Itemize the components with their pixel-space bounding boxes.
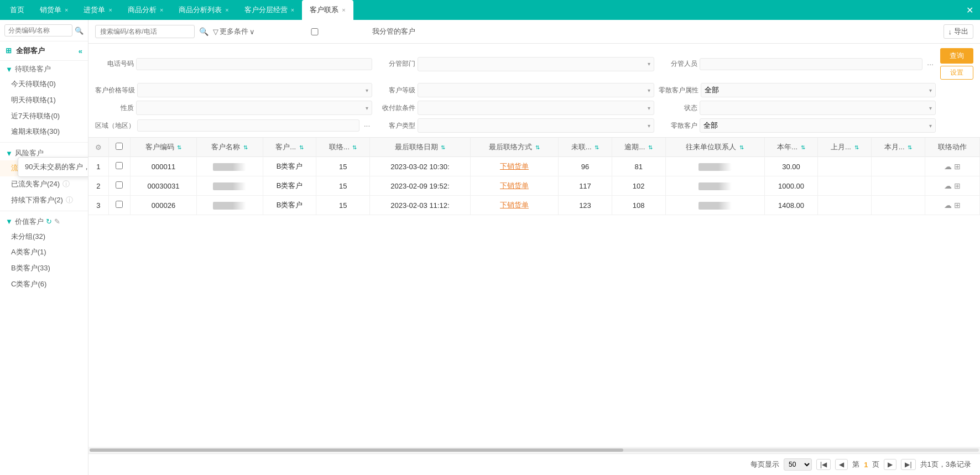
col-uncontact[interactable]: 未联... ⇅	[559, 138, 612, 157]
column-settings-icon[interactable]: ⚙	[95, 143, 102, 152]
sidebar-all-customers[interactable]: ⊞ 全部客户 «	[0, 41, 88, 61]
export-icon: ↓	[948, 28, 952, 36]
col-last-date[interactable]: 最后联络日期 ⇅	[370, 138, 471, 157]
sidebar-search-input[interactable]	[4, 24, 72, 36]
col-contact-person[interactable]: 往来单位联系人 ⇅	[665, 138, 764, 157]
sidebar-item-declining[interactable]: 持续下滑客户(2) ⓘ	[0, 192, 88, 208]
select-arrow-icon-5: ▾	[366, 105, 368, 111]
row-checkbox-0[interactable]	[108, 157, 131, 176]
close-tab-product-analysis-list[interactable]: ×	[225, 7, 228, 13]
filter-phone-input[interactable]	[136, 58, 372, 70]
row-checkbox-2[interactable]	[108, 196, 131, 215]
filter-nature-label: 性质	[95, 103, 134, 113]
search-button[interactable]: 🔍	[199, 27, 208, 36]
last-page-button[interactable]: ▶|	[901, 459, 915, 470]
close-tab-customer-segmentation[interactable]: ×	[291, 7, 294, 13]
my-customers-checkbox-label[interactable]: 我分管的客户	[259, 27, 415, 36]
collapse-icon[interactable]: «	[79, 47, 82, 55]
per-page-select[interactable]: 50 100 200	[784, 458, 812, 471]
close-tab-product-analysis[interactable]: ×	[160, 7, 163, 13]
divider-2	[0, 211, 88, 211]
filter-status-select[interactable]: ▾	[700, 101, 936, 115]
col-contact-count[interactable]: 联络... ⇅	[316, 138, 370, 157]
row-uncontact-0: 96	[559, 157, 612, 176]
filter-customer-type-select[interactable]: ▾	[418, 118, 654, 133]
filter-nature-select[interactable]: ▾	[136, 101, 372, 115]
query-button[interactable]: 查询	[940, 48, 973, 64]
sidebar-item-churned[interactable]: 已流失客户(24) ⓘ	[0, 176, 88, 192]
next-page-button[interactable]: ▶	[884, 459, 896, 470]
col-last-method[interactable]: 最后联络方式 ⇅	[470, 138, 558, 157]
contact-action-icon-0[interactable]: ☁	[944, 162, 952, 171]
refresh-icon[interactable]: ↻	[46, 217, 52, 226]
close-tab-sales-order[interactable]: ×	[65, 7, 68, 13]
close-tab-purchase-order[interactable]: ×	[108, 7, 112, 13]
filter-row-1: 电话号码 分管部门 ▾ 分管人员 ··· 查询 设置	[95, 48, 973, 80]
row-last-method-2[interactable]: 下销货单	[470, 196, 558, 215]
tab-customer-segmentation[interactable]: 客户分层经营 ×	[237, 0, 302, 20]
settings-button[interactable]: 设置	[940, 66, 973, 80]
scroll-thumb[interactable]	[90, 448, 623, 452]
sidebar-group-pending[interactable]: ▼ 待联络客户	[0, 61, 88, 76]
first-page-button[interactable]: |◀	[816, 459, 831, 470]
sidebar-item-overdue-uncontacted[interactable]: 逾期未联络(30)	[0, 124, 88, 140]
sidebar-item-class-b[interactable]: B类客户(33)	[0, 260, 88, 276]
filter-payment-label: 收付款条件	[377, 103, 415, 113]
filter-region-input[interactable]	[137, 119, 359, 132]
filter-scattered-attr-select[interactable]: 全部 ▾	[701, 83, 936, 97]
more-action-icon-2[interactable]: ⊞	[954, 201, 961, 210]
total-records: 共1页，3条记录	[920, 460, 971, 469]
search-input[interactable]	[95, 25, 195, 38]
filter-dept-select[interactable]: ▾	[418, 57, 654, 71]
tab-purchase-order[interactable]: 进货单 ×	[76, 0, 119, 20]
chevron-down-icon: ∨	[249, 28, 255, 36]
col-name[interactable]: 客户名称 ⇅	[196, 138, 263, 157]
table-row: 1 000011 B类客户 15 2023-03-02 10:30: 下销货单 …	[88, 157, 980, 176]
more-action-icon-1[interactable]: ⊞	[954, 181, 961, 190]
col-code[interactable]: 客户编码 ⇅	[131, 138, 197, 157]
col-gear[interactable]: ⚙	[88, 138, 108, 157]
more-conditions-button[interactable]: ▽ 更多条件 ∨	[213, 27, 255, 36]
filter-customer-level-select[interactable]: ▾	[418, 83, 654, 97]
edit-icon[interactable]: ✎	[54, 217, 60, 226]
tab-sales-order[interactable]: 销货单 ×	[32, 0, 76, 20]
sidebar-item-today-pending[interactable]: 今天待联络(0)	[0, 76, 88, 92]
sidebar-search-icon[interactable]: 🔍	[75, 27, 84, 35]
col-current-year[interactable]: 本年... ⇅	[764, 138, 818, 157]
contact-action-icon-1[interactable]: ☁	[944, 181, 952, 190]
filter-region-more[interactable]: ···	[362, 121, 373, 130]
export-button[interactable]: ↓ 导出	[943, 24, 974, 39]
filter-manager-input[interactable]	[700, 58, 923, 70]
col-last-month[interactable]: 上月... ⇅	[818, 138, 872, 157]
filter-price-level-select[interactable]: ▾	[137, 83, 372, 97]
row-code-1: 00030031	[131, 176, 197, 196]
sidebar-item-tomorrow-pending[interactable]: 明天待联络(1)	[0, 92, 88, 108]
tab-product-analysis[interactable]: 商品分析 ×	[120, 0, 171, 20]
sidebar-item-unclassified[interactable]: 未分组(32)	[0, 229, 88, 245]
sidebar-group-value[interactable]: ▼ 价值客户 ↻ ✎	[0, 213, 88, 229]
filter-scattered-select[interactable]: 全部 ▾	[700, 118, 936, 133]
select-all-checkbox[interactable]	[116, 143, 123, 150]
tab-customer-contact[interactable]: 客户联系 ×	[302, 0, 353, 20]
row-last-method-0[interactable]: 下销货单	[470, 157, 558, 176]
sidebar-item-class-c[interactable]: C类客户(6)	[0, 276, 88, 293]
col-type[interactable]: 客户... ⇅	[263, 138, 316, 157]
sidebar-item-7day-pending[interactable]: 近7天待联络(0)	[0, 108, 88, 124]
col-checkbox[interactable]	[108, 138, 131, 157]
row-checkbox-1[interactable]	[108, 176, 131, 196]
close-all-tabs[interactable]: ✕	[962, 5, 978, 15]
more-action-icon-0[interactable]: ⊞	[954, 162, 961, 171]
close-tab-customer-contact[interactable]: ×	[342, 7, 345, 13]
my-customers-checkbox[interactable]	[259, 28, 370, 35]
filter-payment-select[interactable]: ▾	[418, 101, 654, 115]
prev-page-button[interactable]: ◀	[835, 459, 848, 470]
filter-manager-more[interactable]: ···	[925, 60, 936, 69]
col-current-month[interactable]: 本月... ⇅	[872, 138, 925, 157]
row-last-method-1[interactable]: 下销货单	[470, 176, 558, 196]
tab-home[interactable]: 首页	[2, 0, 32, 20]
contact-action-icon-2[interactable]: ☁	[944, 201, 952, 210]
horizontal-scrollbar[interactable]	[88, 447, 980, 453]
sidebar-item-class-a[interactable]: A类客户(1)	[0, 244, 88, 260]
tab-product-analysis-list[interactable]: 商品分析列表 ×	[171, 0, 236, 20]
col-overdue[interactable]: 逾期... ⇅	[612, 138, 665, 157]
